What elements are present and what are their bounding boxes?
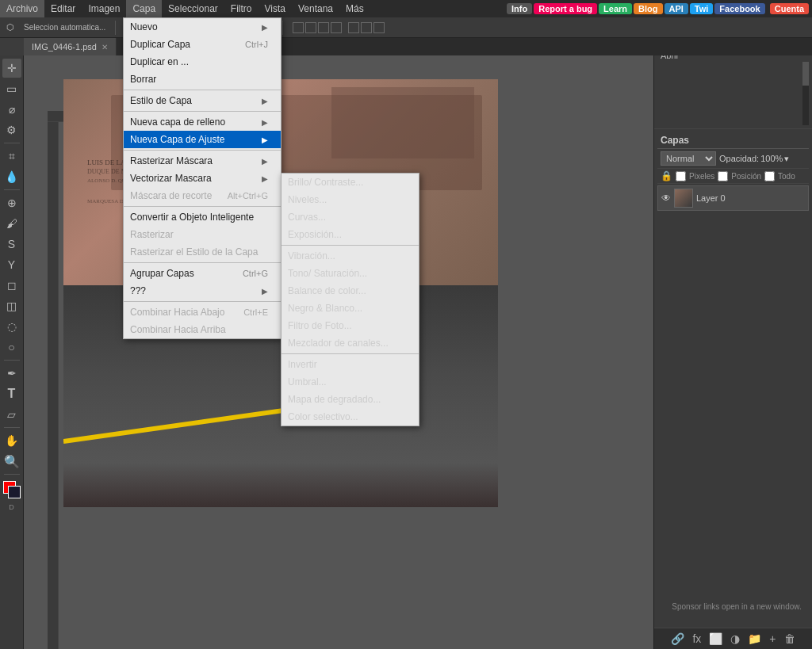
tool-marquee[interactable]: ▭ xyxy=(2,79,21,98)
layers-panel: Capas Normal Multiply Screen Opacidad: 1… xyxy=(654,132,812,212)
opacity-control: Opacidad: 100% ▾ xyxy=(719,154,789,164)
badge-api[interactable]: API xyxy=(665,3,688,14)
layer-thumbnail xyxy=(674,189,693,208)
layer-new-btn[interactable]: + xyxy=(767,632,778,646)
menu-imagen[interactable]: Imagen xyxy=(82,0,126,17)
opacity-dropdown-arrow[interactable]: ▾ xyxy=(784,154,789,164)
tool-dodge[interactable]: ○ xyxy=(2,338,21,357)
menu-qqq[interactable]: ???▶ xyxy=(124,282,281,300)
tool-lasso[interactable]: ⌀ xyxy=(2,100,21,119)
color-label: D xyxy=(9,503,14,511)
checkbox-todo[interactable] xyxy=(764,171,775,181)
submenu-mapa-degradado[interactable]: Mapa de degradado... xyxy=(282,391,419,408)
submenu-umbral[interactable]: Umbral... xyxy=(282,373,419,391)
submenu-curvas[interactable]: Curvas... xyxy=(282,208,419,226)
badge-learn[interactable]: Learn xyxy=(599,3,632,14)
menu-seleccionar[interactable]: Seleccionar xyxy=(162,0,224,17)
lock-icon: 🔒 xyxy=(661,170,672,181)
tool-eyedrop[interactable]: 💧 xyxy=(2,167,21,186)
badge-report-bug[interactable]: Report a bug xyxy=(534,3,597,14)
menu-editar[interactable]: Editar xyxy=(44,0,82,17)
tool-eraser[interactable]: ◻ xyxy=(2,276,21,295)
layers-checkboxes: 🔒 Pixeles Posición Todo xyxy=(657,169,809,184)
menu-estilo-capa[interactable]: Estilo de Capa▶ xyxy=(124,92,281,109)
top-menubar: Archivo Editar Imagen Capa Seleccionar F… xyxy=(0,0,812,17)
selection-icon: ⬡ xyxy=(3,21,17,33)
menu-ventana[interactable]: Ventana xyxy=(292,0,339,17)
menu-duplicar-capa[interactable]: Duplicar CapaCtrl+J xyxy=(124,36,281,53)
options-toolbar: ⬡ Seleccion automatica... Distancia 1x▾ … xyxy=(0,17,812,38)
menu-vista[interactable]: Vista xyxy=(258,0,291,17)
submenu-negro-blanco[interactable]: Negro & Blanco... xyxy=(282,300,419,317)
separator-6 xyxy=(124,301,281,302)
badge-info[interactable]: Info xyxy=(507,3,532,14)
layer-fx-btn[interactable]: fx xyxy=(690,632,703,646)
layer-name: Layer 0 xyxy=(696,193,805,203)
menu-combinar-abajo: Combinar Hacia AbajoCtrl+E xyxy=(124,304,281,321)
submenu-mezclador[interactable]: Mezclador de canales... xyxy=(282,334,419,352)
tool-stamp[interactable]: S xyxy=(2,235,21,254)
submenu-tono[interactable]: Tono/ Saturación... xyxy=(282,265,419,282)
menu-capa[interactable]: Capa xyxy=(126,0,162,17)
tab-img0446[interactable]: IMG_0446-1.psd ✕ xyxy=(24,38,117,55)
layer-mask-btn[interactable]: ⬜ xyxy=(707,632,725,646)
badge-blog[interactable]: Blog xyxy=(634,3,662,14)
menu-mas[interactable]: Más xyxy=(339,0,370,17)
tool-hand[interactable]: ✋ xyxy=(2,431,21,450)
submenu-color-selectivo[interactable]: Color selectivo... xyxy=(282,408,419,426)
color-picker[interactable] xyxy=(3,481,21,498)
menu-rasterizar-mascara[interactable]: Rasterizar Máscara▶ xyxy=(124,152,281,170)
layers-title: Capas xyxy=(657,132,809,149)
submenu-filtro-foto[interactable]: Filtro de Foto... xyxy=(282,317,419,334)
tool-brush[interactable]: 🖌 xyxy=(2,214,21,233)
menu-vectorizar-mascara[interactable]: Vectorizar Mascara▶ xyxy=(124,170,281,187)
menu-agrupar-capas[interactable]: Agrupar CapasCtrl+G xyxy=(124,265,281,282)
background-color[interactable] xyxy=(8,486,21,498)
capa-dropdown-menu: Nuevo▶ Duplicar CapaCtrl+J Duplicar en .… xyxy=(123,17,282,339)
menu-nueva-capa-ajuste[interactable]: Nueva Capa de Ajuste▶ xyxy=(124,131,281,148)
submenu-exposicion[interactable]: Exposición... xyxy=(282,226,419,243)
layer-row-0[interactable]: 👁 Layer 0 xyxy=(657,185,809,211)
opacity-value[interactable]: 100% xyxy=(760,154,783,163)
submenu-sep-2 xyxy=(282,353,419,354)
menu-convertir-inteligente[interactable]: Convertir a Objeto Inteligente xyxy=(124,208,281,226)
tool-wand[interactable]: ⚙ xyxy=(2,120,21,139)
tool-blur[interactable]: ◌ xyxy=(2,317,21,336)
tab-close-btn[interactable]: ✕ xyxy=(102,43,108,52)
badge-twi[interactable]: Twi xyxy=(690,3,714,14)
layer-link-btn[interactable]: 🔗 xyxy=(668,632,687,646)
menu-filtro[interactable]: Filtro xyxy=(224,0,259,17)
badge-facebook[interactable]: Facebook xyxy=(714,3,764,14)
layer-folder-btn[interactable]: 📁 xyxy=(745,632,764,646)
menu-borrar[interactable]: Borrar xyxy=(124,71,281,88)
checkbox-pixeles-label: Pixeles xyxy=(689,172,714,181)
tool-shape[interactable]: ▱ xyxy=(2,405,21,424)
menu-nuevo[interactable]: Nuevo▶ xyxy=(124,18,281,36)
tool-gradient[interactable]: ◫ xyxy=(2,296,21,315)
menu-nueva-capa-relleno[interactable]: Nueva capa de relleno▶ xyxy=(124,113,281,131)
tool-zoom[interactable]: 🔍 xyxy=(2,452,21,471)
submenu-invertir[interactable]: Invertir xyxy=(282,356,419,373)
menu-archivo[interactable]: Archivo xyxy=(0,0,44,17)
layer-delete-btn[interactable]: 🗑 xyxy=(782,632,798,646)
submenu-niveles[interactable]: Niveles... xyxy=(282,191,419,208)
tool-text[interactable]: T xyxy=(2,384,21,403)
checkbox-posicion[interactable] xyxy=(718,171,728,181)
checkbox-pixeles[interactable] xyxy=(676,171,686,181)
tool-pen[interactable]: ✒ xyxy=(2,364,21,383)
submenu-brillo[interactable]: Brillo/ Contraste... xyxy=(282,174,419,191)
tool-history-brush[interactable]: Y xyxy=(2,255,21,274)
layer-visibility-icon[interactable]: 👁 xyxy=(661,193,671,204)
submenu-vibracion[interactable]: Vibración... xyxy=(282,247,419,265)
tool-move[interactable]: ✛ xyxy=(2,59,21,78)
separator-1 xyxy=(124,90,281,90)
submenu-balance[interactable]: Balance de color... xyxy=(282,282,419,300)
ruler-vertical xyxy=(48,122,59,649)
layer-adjust-btn[interactable]: ◑ xyxy=(728,632,742,646)
blend-mode-select[interactable]: Normal Multiply Screen xyxy=(661,151,716,166)
menu-duplicar-en[interactable]: Duplicar en ... xyxy=(124,53,281,71)
tool-heal[interactable]: ⊕ xyxy=(2,193,21,212)
tool-crop[interactable]: ⌗ xyxy=(2,147,21,166)
separator-2 xyxy=(124,111,281,112)
badge-cuenta[interactable]: Cuenta xyxy=(770,3,809,14)
